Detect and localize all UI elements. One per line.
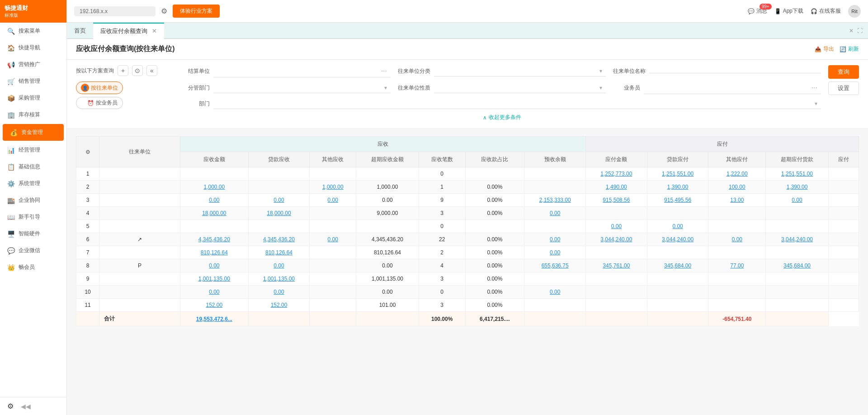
- table-cell[interactable]: 0.00: [248, 259, 310, 272]
- table-cell[interactable]: 345,684.00: [647, 259, 708, 272]
- sidebar-item-system[interactable]: ⚙️ 系统管理: [0, 175, 66, 192]
- filter-collapse-btn[interactable]: «: [146, 65, 157, 76]
- filter-input-dept[interactable]: ▾: [213, 99, 821, 109]
- table-cell[interactable]: 1,001,135.00: [180, 272, 249, 286]
- filter-chevron-dept-manager[interactable]: ▾: [384, 85, 387, 91]
- table-cell[interactable]: 0.00: [766, 194, 829, 207]
- table-cell[interactable]: 0.00: [708, 233, 766, 246]
- tab-query[interactable]: 应收应付余额查询 ✕: [93, 23, 164, 39]
- sidebar-item-hardware[interactable]: 🖥️ 智能硬件: [0, 225, 66, 242]
- table-cell[interactable]: 1,001,135.00: [248, 272, 310, 286]
- table-cell[interactable]: 810,126.64: [180, 246, 249, 259]
- sidebar-item-nav[interactable]: 🏠 快捷导航: [0, 39, 66, 56]
- refresh-button[interactable]: 🔄 刷新: [840, 45, 859, 53]
- table-cell[interactable]: 4,345,436.20: [180, 233, 249, 246]
- table-cell[interactable]: 3,044,240.00: [586, 233, 647, 246]
- sidebar-settings-icon[interactable]: ⚙: [7, 402, 14, 410]
- filter-settings-btn[interactable]: ⊙: [132, 65, 143, 76]
- filter-chevron-category[interactable]: ▾: [599, 68, 602, 74]
- table-cell[interactable]: 0.00: [524, 207, 586, 220]
- table-cell[interactable]: 1,251,551.00: [766, 167, 829, 181]
- filter-input-dept-manager[interactable]: ▾: [213, 83, 391, 93]
- table-cell[interactable]: 3,044,240.00: [766, 233, 829, 246]
- table-cell[interactable]: 1,222.00: [708, 167, 766, 181]
- tab-close-window-icon[interactable]: ✕: [849, 28, 854, 34]
- table-cell[interactable]: 1,000.00: [310, 181, 356, 194]
- filter-input-name[interactable]: [649, 69, 821, 73]
- user-avatar[interactable]: Rit: [848, 5, 861, 18]
- online-service-btn[interactable]: 🎧 在线客服: [811, 7, 841, 15]
- table-cell[interactable]: 2,153,333.00: [524, 194, 586, 207]
- filter-scheme-sales[interactable]: ⏰ 按业务员: [76, 97, 123, 109]
- table-cell[interactable]: 1,390.00: [647, 181, 708, 194]
- filter-chevron-nature[interactable]: ▾: [599, 85, 602, 91]
- sidebar-item-search[interactable]: 🔍 搜索菜单: [0, 23, 66, 39]
- table-cell[interactable]: 0.00: [524, 246, 586, 259]
- table-cell[interactable]: 152.00: [180, 299, 249, 312]
- filter-dots-salesperson[interactable]: ···: [811, 84, 817, 92]
- tab-maximize-icon[interactable]: ⛶: [857, 28, 863, 34]
- table-cell[interactable]: 345,684.00: [766, 259, 829, 272]
- table-cell[interactable]: 3,044,240.00: [647, 233, 708, 246]
- table-cell[interactable]: 0.00: [248, 286, 310, 299]
- table-cell[interactable]: 18,000.00: [248, 207, 310, 220]
- table-cell[interactable]: 1,252,773.00: [586, 167, 647, 181]
- filter-input-salesperson[interactable]: ···: [644, 82, 821, 94]
- filter-input-nature[interactable]: ▾: [434, 83, 606, 93]
- table-cell[interactable]: 810,126.64: [248, 246, 310, 259]
- filter-input-settlement[interactable]: ···: [213, 65, 391, 77]
- table-cell[interactable]: 0.00: [248, 194, 310, 207]
- table-cell[interactable]: 915,495.56: [647, 194, 708, 207]
- messages-btn[interactable]: 💬 消息 99+: [748, 7, 767, 15]
- app-download-btn[interactable]: 📱 App下载: [774, 7, 803, 15]
- sidebar-item-basic[interactable]: 📋 基础信息: [0, 158, 66, 175]
- table-cell[interactable]: 152.00: [248, 299, 310, 312]
- table-cell[interactable]: 655,636.75: [524, 259, 586, 272]
- table-cell[interactable]: 0.00: [180, 194, 249, 207]
- table-cell[interactable]: 0.00: [310, 233, 356, 246]
- sidebar-item-ops[interactable]: 📊 经营管理: [0, 142, 66, 158]
- table-cell[interactable]: 77.00: [708, 259, 766, 272]
- sidebar-item-purchase[interactable]: 📦 采购管理: [0, 90, 66, 106]
- filter-dots-settlement[interactable]: ···: [381, 67, 387, 75]
- tab-close-icon[interactable]: ✕: [152, 28, 157, 34]
- table-cell[interactable]: 1,490.00: [586, 181, 647, 194]
- table-cell[interactable]: 100.00: [708, 181, 766, 194]
- table-cell[interactable]: 915,508.56: [586, 194, 647, 207]
- filter-input-category[interactable]: ▾: [434, 66, 606, 76]
- filter-chevron-dept[interactable]: ▾: [815, 100, 817, 107]
- table-cell[interactable]: 1,000.00: [180, 181, 249, 194]
- table-cell[interactable]: 0.00: [524, 286, 586, 299]
- sidebar-collapse-icon[interactable]: ◀◀: [21, 403, 31, 410]
- table-cell[interactable]: 13.00: [708, 194, 766, 207]
- filter-add-btn[interactable]: +: [118, 65, 128, 76]
- filter-scheme-partner[interactable]: 👤 按往来单位: [76, 81, 123, 94]
- collapse-btn[interactable]: ∧ 收起更多条件: [183, 112, 821, 123]
- table-cell[interactable]: 0.00: [524, 233, 586, 246]
- table-cell[interactable]: 18,000.00: [180, 207, 249, 220]
- sidebar-item-wechat[interactable]: 💬 企业微信: [0, 242, 66, 259]
- table-cell[interactable]: 0.00: [647, 220, 708, 233]
- table-settings-icon[interactable]: ⚙: [76, 137, 99, 167]
- sidebar-item-marketing[interactable]: 📢 营销推广: [0, 56, 66, 73]
- set-button[interactable]: 设置: [828, 81, 859, 95]
- address-bar[interactable]: 192.168.x.x: [74, 6, 156, 16]
- table-cell[interactable]: 0.00: [180, 286, 249, 299]
- sidebar-item-corp[interactable]: 🏬 企业协同: [0, 192, 66, 209]
- table-cell[interactable]: 0.00: [310, 194, 356, 207]
- table-cell[interactable]: 1,251,551.00: [647, 167, 708, 181]
- query-button[interactable]: 查询: [828, 65, 859, 79]
- plan-button[interactable]: 体验行业方案: [173, 5, 220, 18]
- sidebar-item-finance[interactable]: 💰 资金管理: [3, 124, 64, 141]
- table-cell[interactable]: 345,761.00: [586, 259, 647, 272]
- export-button[interactable]: 📤 导出: [815, 45, 834, 53]
- sidebar-item-inventory[interactable]: 🏢 库存核算: [0, 106, 66, 123]
- tab-home[interactable]: 首页: [67, 23, 93, 38]
- table-cell[interactable]: 4,345,436.20: [248, 233, 310, 246]
- gear-icon[interactable]: ⚙: [159, 5, 169, 17]
- table-cell[interactable]: 0.00: [586, 220, 647, 233]
- sidebar-item-guide[interactable]: 📖 新手引导: [0, 209, 66, 225]
- sidebar-item-sales[interactable]: 🛒 销售管理: [0, 73, 66, 90]
- table-cell[interactable]: 0.00: [180, 259, 249, 272]
- table-cell[interactable]: 1,390.00: [766, 181, 829, 194]
